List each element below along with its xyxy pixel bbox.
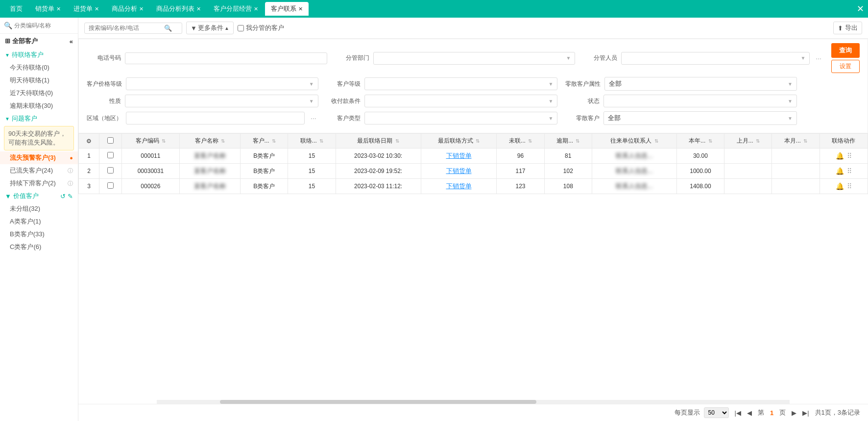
sidebar-group-pending[interactable]: ▼ 待联络客户 (0, 49, 78, 61)
filter-input-phone[interactable] (125, 52, 327, 64)
tab-home[interactable]: 首页 (4, 2, 28, 16)
search-button-icon[interactable]: 🔍 (164, 25, 172, 32)
sort-lm-icon[interactable]: ⇅ (756, 138, 760, 144)
contact-action-icon-3[interactable]: 🔔 (836, 182, 844, 190)
more-action-icon-1[interactable]: ⠿ (847, 152, 852, 160)
scrollbar-thumb[interactable] (220, 400, 536, 404)
tab-purchase-close[interactable]: ✕ (95, 6, 99, 12)
sidebar-group-problem[interactable]: ▼ 问题客户 (0, 112, 78, 125)
filter-select-person[interactable]: ▼ (621, 52, 810, 65)
more-action-icon-2[interactable]: ⠿ (847, 167, 852, 175)
content-area: 🔍 ▼ 更多条件 ▲ 我分管的客户 ⬆ 导出 (78, 18, 868, 421)
filter-select-dept[interactable]: ▼ (373, 52, 576, 65)
tab-purchase[interactable]: 进货单 ✕ (68, 2, 105, 16)
sort-overdue-icon[interactable]: ⇅ (576, 138, 579, 144)
sidebar-item-churn-warning[interactable]: 流失预警客户(3) ● (0, 151, 78, 164)
sort-name-icon[interactable]: ⇅ (221, 138, 225, 144)
filter-select-payment[interactable]: ▼ (364, 95, 558, 107)
filter-select-scatter-attr[interactable]: 全部 ▼ (604, 77, 797, 91)
sort-method-icon[interactable]: ⇅ (476, 138, 480, 144)
tab-analysis-list-close[interactable]: ✕ (196, 6, 201, 12)
sidebar-item-week[interactable]: 近7天待联络(0) (0, 87, 78, 99)
filter-select-region[interactable] (126, 112, 305, 124)
contact-action-icon-1[interactable]: 🔔 (836, 152, 844, 160)
sidebar-item-ungrouped[interactable]: 未分组(32) (0, 202, 78, 215)
sidebar-item-tomorrow[interactable]: 明天待联络(1) (0, 74, 78, 87)
col-settings[interactable]: ⚙ (79, 134, 99, 149)
data-table-container: ⚙ 客户编码 ⇅ 客户名称 ⇅ 客户... ⇅ 联络... ⇅ 最后联络日期 ⇅… (78, 133, 868, 400)
sidebar-item-class-c[interactable]: C类客户(6) (0, 241, 78, 253)
sort-date-icon[interactable]: ⇅ (395, 138, 399, 144)
sidebar-item-churned[interactable]: 已流失客户(24) ⓘ (0, 164, 78, 177)
export-label: 导出 (845, 24, 858, 32)
sidebar-item-overdue[interactable]: 逾期未联络(30) (0, 99, 78, 112)
filter-select-customer-type[interactable]: ▼ (364, 112, 558, 124)
next-page-button[interactable]: ▶ (790, 408, 798, 418)
tab-analysis[interactable]: 商品分析 ✕ (106, 2, 149, 16)
query-button[interactable]: 查询 (831, 43, 860, 58)
first-page-button[interactable]: |◀ (733, 408, 743, 418)
tab-customer-layer[interactable]: 客户分层经营 ✕ (208, 2, 264, 16)
churned-info-icon: ⓘ (68, 167, 73, 174)
sidebar-item-class-a[interactable]: A类客户(1) (0, 215, 78, 228)
method-link-1[interactable]: 下销货单 (446, 152, 472, 159)
tab-customer-layer-close[interactable]: ✕ (254, 6, 258, 12)
my-customers-checkbox[interactable] (238, 25, 244, 31)
select-all-checkbox[interactable] (107, 137, 114, 144)
search-input[interactable] (89, 25, 162, 31)
sort-type-icon[interactable]: ⇅ (272, 138, 276, 144)
tab-customer-contact[interactable]: 客户联系 ✕ (265, 2, 309, 16)
table-header-row: ⚙ 客户编码 ⇅ 客户名称 ⇅ 客户... ⇅ 联络... ⇅ 最后联络日期 ⇅… (79, 134, 868, 149)
current-page: 1 (768, 408, 775, 418)
method-link-2[interactable]: 下销货单 (446, 167, 472, 174)
close-all-button[interactable]: ✕ (857, 3, 864, 14)
per-page-select[interactable]: 50 100 200 (704, 407, 729, 418)
more-action-icon-3[interactable]: ⠿ (847, 182, 852, 190)
tab-analysis-list[interactable]: 商品分析列表 ✕ (150, 2, 207, 16)
sidebar-all-customers-label: ⊞ 全部客户 (5, 37, 38, 46)
export-button[interactable]: ⬆ 导出 (833, 22, 862, 34)
col-this-month: 本月... ⇅ (772, 134, 820, 149)
row-checkbox-2[interactable] (107, 167, 114, 173)
sort-ty-icon[interactable]: ⇅ (708, 138, 712, 144)
sort-cp-icon[interactable]: ⇅ (654, 138, 658, 144)
tab-sales[interactable]: 销货单 ✕ (29, 2, 67, 16)
sidebar-search-input[interactable] (14, 22, 78, 29)
scatter-arrow: ▼ (788, 116, 793, 121)
filter-select-scatter[interactable]: 全部 ▼ (603, 111, 797, 125)
filter-settings-button[interactable]: 设置 (831, 60, 860, 73)
tab-customer-contact-close[interactable]: ✕ (298, 6, 303, 12)
sidebar-item-today[interactable]: 今天待联络(0) (0, 61, 78, 74)
table-row: 3 000026 某客户名称 B类客户 15 2023-02-03 11:12:… (79, 179, 868, 194)
filter-label-customer-level: 客户等级 (326, 80, 361, 88)
row-checkbox-1[interactable] (107, 152, 114, 158)
filter-select-status[interactable]: ▼ (603, 95, 797, 107)
sort-contact-icon[interactable]: ⇅ (319, 138, 323, 144)
filter-select-customer-level[interactable]: ▼ (364, 77, 558, 90)
horizontal-scrollbar[interactable] (157, 400, 790, 404)
sidebar-item-class-b[interactable]: B类客户(33) (0, 228, 78, 241)
region-dots[interactable]: ··· (309, 114, 318, 122)
sidebar-item-declining[interactable]: 持续下滑客户(2) ⓘ (0, 177, 78, 190)
tab-sales-close[interactable]: ✕ (56, 6, 61, 12)
sort-code-icon[interactable]: ⇅ (162, 138, 166, 144)
sidebar-all-customers[interactable]: ⊞ 全部客户 « (0, 34, 78, 49)
filter-select-price-level[interactable]: ▼ (126, 77, 318, 90)
more-filter-button[interactable]: ▼ 更多条件 ▲ (186, 22, 234, 34)
last-page-button[interactable]: ▶| (800, 408, 811, 418)
method-link-3[interactable]: 下销货单 (446, 182, 472, 190)
sidebar-group-value[interactable]: ▼ 价值客户 ↺ ✎ (0, 190, 78, 202)
row-checkbox-3[interactable] (107, 182, 114, 189)
sort-tm-icon[interactable]: ⇅ (803, 138, 807, 144)
sidebar-collapse-icon[interactable]: « (70, 38, 73, 45)
contact-action-icon-2[interactable]: 🔔 (836, 167, 844, 175)
person-dots[interactable]: ··· (814, 54, 823, 62)
filter-select-nature[interactable]: ▼ (125, 95, 318, 107)
sort-no-contact-icon[interactable]: ⇅ (528, 138, 532, 144)
tab-analysis-close[interactable]: ✕ (139, 6, 144, 12)
col-contact-person: 往来单位联系人 ⇅ (592, 134, 676, 149)
filter-row-4: 区域（地区） ··· 客户类型 ▼ 零散客户 全部 (87, 111, 860, 125)
prev-page-button[interactable]: ◀ (745, 408, 754, 418)
refresh-icon[interactable]: ↺ (60, 193, 66, 200)
edit-icon[interactable]: ✎ (68, 193, 73, 200)
